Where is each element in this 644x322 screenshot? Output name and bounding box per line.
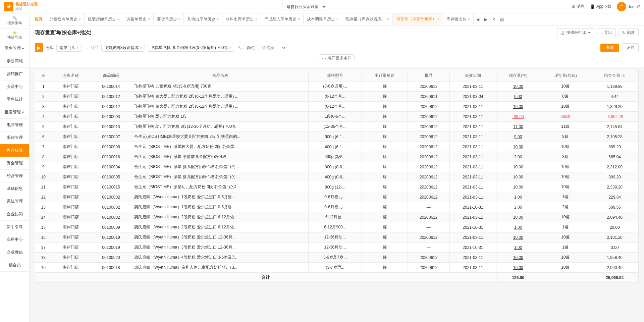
cell-qty-main[interactable]: 1.00 <box>496 192 540 202</box>
sidebar-item-finance[interactable]: 资金管理 <box>0 157 29 170</box>
sidebar-item-retail-mgmt[interactable]: 零售管理 ▼ <box>0 42 29 55</box>
tab-disassemble-label: 组装拆卸单历史 <box>88 16 116 22</box>
cell-qty-main[interactable]: 10.00 <box>496 102 540 112</box>
tab-disassemble-close[interactable]: × <box>117 17 119 21</box>
cell-qty-main[interactable]: -39.00 <box>496 112 540 122</box>
sidebar-search[interactable]: 🔍 搜索菜单 <box>0 13 29 29</box>
sidebar-item-wholesale[interactable]: 批发管理 ▼ <box>0 106 29 119</box>
tab-menu-btn[interactable]: ▤ <box>498 13 506 25</box>
table-setting-icon[interactable]: ⚙ <box>42 73 45 78</box>
sidebar-item-member2[interactable]: 畅会员 <box>0 259 29 272</box>
cell-unit: 罐 <box>362 92 408 102</box>
company-selector[interactable]: 母婴行业演示账套 <box>282 3 327 10</box>
cell-qty-main[interactable]: 10.00 <box>496 212 540 222</box>
tab-mix[interactable]: 调拨单历史 × <box>123 13 154 25</box>
sidebar-item-ecommerce[interactable]: 电商管理 <box>0 119 29 131</box>
cell-warehouse: 南岸门店 <box>52 92 90 102</box>
sidebar-item-app-center[interactable]: 应用中心 <box>0 233 29 246</box>
cell-qty-main[interactable]: 10.00 <box>496 263 540 273</box>
cell-unit: 罐 <box>362 122 408 132</box>
cell-amount: 2,105.28 <box>591 132 639 142</box>
sidebar-item-basic[interactable]: 基础信息 <box>0 182 29 195</box>
tab-product-in[interactable]: 产成品入库单历史 × <box>261 13 304 25</box>
filter-toggle-btn[interactable]: ▶ <box>35 43 43 52</box>
cell-qty-main[interactable]: 10.00 <box>496 232 540 243</box>
tab-disassemble[interactable]: 组装拆卸单历史 × <box>85 13 123 25</box>
tab-split-inventory[interactable]: 分量盘点单历史 × <box>46 13 85 25</box>
sidebar-item-retail-stats[interactable]: 零售统计 <box>0 93 29 106</box>
export-btn[interactable]: ↓ 导出 <box>597 28 616 37</box>
sidebar-item-corp[interactable]: 企业协同 <box>0 208 29 221</box>
tab-cost-adjust-close[interactable]: × <box>336 17 338 21</box>
cell-qty-main[interactable]: 3.00 <box>496 152 540 162</box>
sidebar-item-marketing[interactable]: 营销推广 <box>0 68 29 80</box>
col-amount: 结存金额 ⓘ <box>591 70 639 82</box>
cell-amount: 2,060.40 <box>591 263 639 273</box>
product-tag-2-close[interactable]: × <box>229 46 231 50</box>
sidebar-nav[interactable]: ⭐ 快捷导航 <box>0 29 29 42</box>
tab-prev-btn[interactable]: ◀ <box>474 13 482 25</box>
warehouse-tag[interactable]: 南岸门店 × <box>56 44 82 52</box>
tab-inventory-dist[interactable]: 现存量（库存分布表） × <box>393 13 443 25</box>
sidebar-item-retail-store[interactable]: 零售商城 <box>0 55 29 68</box>
company-selector-area[interactable]: 母婴行业演示账套 <box>282 3 327 10</box>
tab-batch-voucher[interactable]: 库存批次账 × <box>443 13 474 25</box>
tab-requisition-close[interactable]: × <box>178 17 180 21</box>
tab-split-close[interactable]: × <box>79 17 81 21</box>
tab-material-out-close[interactable]: × <box>255 17 257 21</box>
tab-cost-adjust[interactable]: 成本调整单历史 × <box>304 13 342 25</box>
tab-home[interactable]: 首页 <box>31 13 46 25</box>
tab-product-in-close[interactable]: × <box>298 17 300 21</box>
tab-mix-close[interactable]: × <box>148 17 150 21</box>
message-btn[interactable]: ✉ 消息 <box>572 4 585 9</box>
cell-spec: 900g (6-1... <box>309 132 362 142</box>
product-tag-1-close[interactable]: × <box>140 46 142 50</box>
color-filter-select[interactable]: 请选择 <box>258 44 286 51</box>
app-download-btn[interactable]: 📱 App下载 <box>590 4 611 9</box>
warehouse-tag-close[interactable]: × <box>77 46 79 50</box>
export-label: 导出 <box>604 30 612 36</box>
cell-qty-main[interactable]: 10.00 <box>496 142 540 152</box>
cell-qty-main[interactable]: 9.00 <box>496 132 540 142</box>
cell-expiry: 2021-03-04 <box>449 92 496 102</box>
product-tag-1[interactable]: 飞鹤奶粉3段两提装 × <box>101 44 145 52</box>
cell-qty-main[interactable]: 10.00 <box>496 182 540 192</box>
cell-spec: (3-7岁适... <box>309 263 362 273</box>
sidebar-item-corp-weixin[interactable]: 企业微信 <box>0 246 29 259</box>
user-area[interactable]: E demo2 <box>617 2 640 11</box>
expand-btn[interactable]: ⋯ 展开更多条件 <box>319 54 355 62</box>
tab-close-all-btn[interactable]: ✕ <box>490 13 498 25</box>
cell-qty-main[interactable]: 10.00 <box>496 162 540 172</box>
sidebar-item-purchase[interactable]: 采购管理 <box>0 131 29 144</box>
cell-qty-main[interactable]: 10.00 <box>496 82 540 92</box>
sidebar-item-guide[interactable]: 新手引导 <box>0 221 29 233</box>
tab-next-btn[interactable]: ▶ <box>482 13 490 25</box>
cell-name: 惠氏启赋（Wyeth illuma）1段奶粉 爱尔兰进口 0-6月婴... <box>132 202 308 212</box>
tab-inventory-status[interactable]: 现存量（库存状况表） × <box>342 13 393 25</box>
print-btn[interactable]: 🖨 按模板打印 ▼ <box>557 28 594 37</box>
tab-batch-voucher-close[interactable]: × <box>468 17 470 21</box>
cell-qty-main[interactable]: 11.00 <box>496 122 540 132</box>
product-tag-2[interactable]: 飞鹤星飞帆 儿童奶粉 4段(3-6岁适用) 700克 × <box>148 44 234 52</box>
sidebar-item-ops[interactable]: 经营管理 <box>0 170 29 182</box>
cell-qty-main[interactable]: 2.00 <box>496 202 540 212</box>
color-filter-label: 颜色 <box>247 45 255 51</box>
tab-other-out[interactable]: 其他出库单历史 × <box>184 13 222 25</box>
tab-other-out-close[interactable]: × <box>217 17 219 21</box>
refresh-btn[interactable]: ↻ 刷新 <box>619 28 639 37</box>
cell-qty-main[interactable]: 1.00 <box>496 222 540 232</box>
search-btn[interactable]: 查询 <box>600 44 619 52</box>
tab-inventory-status-close[interactable]: × <box>387 17 389 21</box>
tab-inventory-dist-close[interactable]: × <box>438 17 440 21</box>
setting-btn[interactable]: 设置 <box>622 43 639 52</box>
cell-qty-main[interactable]: 10.00 <box>496 253 540 263</box>
sidebar-item-inventory[interactable]: 库存核算 <box>0 144 29 157</box>
tab-requisition[interactable]: 要货单历史 × <box>154 13 184 25</box>
cell-qty-main[interactable]: 1.00 <box>496 243 540 253</box>
tab-material-out[interactable]: 材料出库单历史 × <box>222 13 261 25</box>
cell-name: 合生元（BIOSTIME）派星 婴儿配方奶粉 1段 乳铁蛋白的... <box>132 172 308 182</box>
sidebar-item-system[interactable]: 系统管理 <box>0 195 29 208</box>
cell-qty-main[interactable]: 0.00 <box>496 92 540 102</box>
sidebar-item-member[interactable]: 会员中心 <box>0 80 29 93</box>
cell-qty-main[interactable]: 10.00 <box>496 172 540 182</box>
